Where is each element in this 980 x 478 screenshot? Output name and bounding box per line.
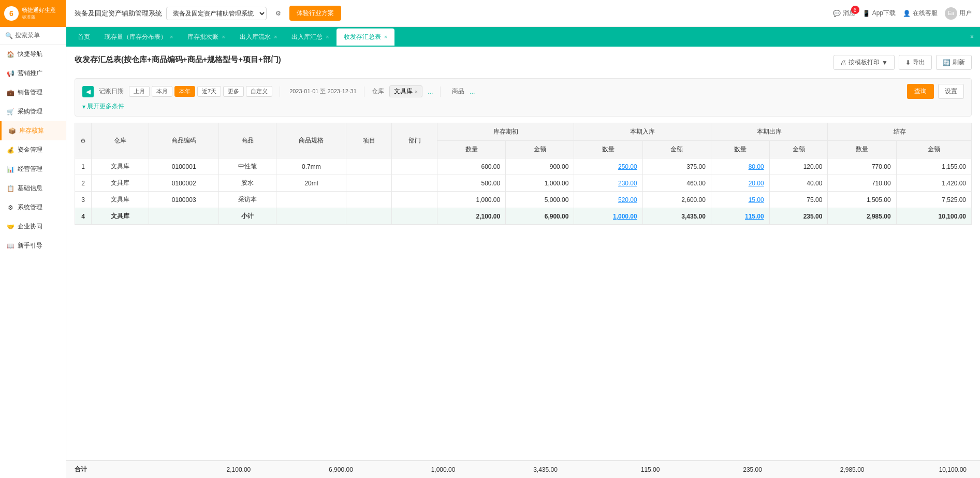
warehouse-tag-text: 文具库 bbox=[394, 87, 413, 96]
message-item[interactable]: 💬 消息 6 bbox=[833, 9, 855, 18]
sidebar-item-cooperation[interactable]: 🤝 企业协同 bbox=[0, 217, 66, 236]
table-cell[interactable]: 80.00 bbox=[711, 158, 769, 175]
date-btn-cur-year[interactable]: 本年 bbox=[174, 86, 195, 97]
sidebar-item-sales[interactable]: 💼 销售管理 bbox=[0, 83, 66, 102]
message-badge: 6 bbox=[851, 6, 859, 14]
tab-inout-summary[interactable]: 出入库汇总 × bbox=[284, 28, 336, 46]
date-btn-cur-month[interactable]: 本月 bbox=[152, 86, 172, 97]
table-cell[interactable]: 250.00 bbox=[574, 158, 642, 175]
table-cell bbox=[392, 208, 437, 225]
table-cell: 2 bbox=[75, 175, 92, 192]
sidebar-item-label: 资金管理 bbox=[18, 146, 42, 154]
refresh-btn[interactable]: 🔄 刷新 bbox=[936, 55, 972, 70]
table-row: 3文具库0100003采访本1,000.005,000.00520.002,60… bbox=[75, 192, 972, 208]
export-btn[interactable]: ⬇ 导出 bbox=[899, 55, 932, 70]
table-cell[interactable]: 1,000.00 bbox=[574, 208, 642, 225]
warehouse-more-btn[interactable]: ... bbox=[428, 88, 433, 95]
tabbar: 首页 现存量（库存分布表） × 库存批次账 × 出入库流水 × 出入库汇总 × … bbox=[66, 27, 980, 47]
tab-close-icon[interactable]: × bbox=[326, 34, 329, 40]
tab-batch[interactable]: 库存批次账 × bbox=[180, 28, 232, 46]
table-cell: 采访本 bbox=[219, 192, 276, 208]
trial-btn[interactable]: 体验行业方案 bbox=[289, 6, 341, 21]
th-period-out: 本期出库 bbox=[711, 123, 827, 141]
tab-close-icon[interactable]: × bbox=[170, 34, 173, 40]
table-cell: 文具库 bbox=[92, 192, 149, 208]
topbar: 装备及固定资产辅助管理系统 装备及固定资产辅助管理系统 ⚙ 体验行业方案 💬 消… bbox=[66, 0, 980, 27]
search-menu[interactable]: 🔍 搜索菜单 bbox=[0, 27, 66, 45]
table-cell: 600.00 bbox=[437, 158, 505, 175]
warehouse-tag-close[interactable]: × bbox=[415, 89, 418, 95]
table-cell: 中性笔 bbox=[219, 158, 276, 175]
print-btn[interactable]: 🖨 按模板打印 ▼ bbox=[833, 55, 895, 70]
th-project: 项目 bbox=[346, 123, 392, 158]
th-bal-qty: 数量 bbox=[828, 141, 896, 158]
expand-conditions-btn[interactable]: ▾ 展开更多条件 bbox=[82, 102, 964, 111]
warehouse-filter-label: 仓库 bbox=[372, 87, 384, 96]
table-cell[interactable]: 115.00 bbox=[711, 208, 769, 225]
sidebar-item-system[interactable]: ⚙ 系统管理 bbox=[0, 198, 66, 217]
goods-more-btn[interactable]: ... bbox=[470, 88, 475, 95]
sidebar-item-inventory[interactable]: 📦 库存核算 bbox=[0, 121, 66, 140]
filter-collapse-btn[interactable]: ◀ bbox=[82, 86, 94, 97]
table-cell[interactable]: 20.00 bbox=[711, 175, 769, 192]
table-cell: 文具库 bbox=[92, 208, 149, 225]
sidebar-item-home[interactable]: 🏠 快捷导航 bbox=[0, 45, 66, 64]
logo-icon: 6 bbox=[4, 6, 19, 21]
tab-inout-flow[interactable]: 出入库流水 × bbox=[232, 28, 284, 46]
settings-gear-icon[interactable]: ⚙ bbox=[271, 6, 285, 21]
tab-inventory-distribution[interactable]: 现存量（库存分布表） × bbox=[97, 28, 180, 46]
th-period-opening: 库存期初 bbox=[437, 123, 574, 141]
tab-receipt-summary[interactable]: 收发存汇总表 × bbox=[337, 28, 394, 46]
table-cell bbox=[346, 208, 392, 225]
table-cell: 3 bbox=[75, 192, 92, 208]
table-cell: 3,435.00 bbox=[642, 208, 711, 225]
filter-divider-3 bbox=[440, 86, 441, 97]
table-cell: 文具库 bbox=[92, 158, 149, 175]
system-select[interactable]: 装备及固定资产辅助管理系统 bbox=[166, 7, 267, 20]
date-btn-more[interactable]: 更多 bbox=[223, 86, 244, 97]
footer-out-qty-val: 115.00 bbox=[563, 466, 665, 473]
app-badge: 标准版 bbox=[22, 14, 56, 21]
th-settings: ⚙ bbox=[75, 123, 92, 158]
print-icon: 🖨 bbox=[840, 59, 846, 66]
table-cell: 2,100.00 bbox=[437, 208, 505, 225]
table-cell[interactable]: 520.00 bbox=[574, 192, 642, 208]
filter-divider bbox=[280, 86, 280, 97]
page-title: 收发存汇总表(按仓库+商品编码+商品+规格型号+项目+部门) bbox=[75, 55, 281, 65]
phone-icon: 📱 bbox=[862, 10, 870, 17]
tabbar-close-all[interactable]: × bbox=[968, 31, 976, 42]
date-btn-7days[interactable]: 近7天 bbox=[197, 86, 221, 97]
tab-home[interactable]: 首页 bbox=[70, 28, 97, 46]
sidebar-item-label: 快捷导航 bbox=[18, 50, 42, 59]
table-cell bbox=[392, 175, 437, 192]
user-item[interactable]: Ea 用户 bbox=[945, 7, 972, 20]
table-cell bbox=[392, 192, 437, 208]
app-download-item[interactable]: 📱 App下载 bbox=[862, 9, 896, 18]
table-cell[interactable]: 15.00 bbox=[711, 192, 769, 208]
sidebar-item-label: 系统管理 bbox=[18, 203, 42, 212]
tab-close-icon[interactable]: × bbox=[222, 34, 225, 40]
sidebar-item-operation[interactable]: 📊 经营管理 bbox=[0, 160, 66, 179]
refresh-icon: 🔄 bbox=[943, 59, 950, 66]
sidebar-item-label: 采购管理 bbox=[18, 107, 42, 116]
sidebar-item-finance[interactable]: 💰 资金管理 bbox=[0, 140, 66, 160]
online-service-item[interactable]: 👤 在线客服 bbox=[903, 9, 938, 18]
app-name: 畅捷通好生意 bbox=[22, 6, 56, 13]
sidebar-item-purchase[interactable]: 🛒 采购管理 bbox=[0, 102, 66, 121]
th-balance: 结存 bbox=[828, 123, 972, 141]
sidebar-item-guide[interactable]: 📖 新手引导 bbox=[0, 236, 66, 255]
table-cell bbox=[276, 192, 346, 208]
tab-close-icon[interactable]: × bbox=[274, 34, 277, 40]
filter-settings-btn[interactable]: 设置 bbox=[938, 84, 964, 99]
table-cell: 4 bbox=[75, 208, 92, 225]
th-period-in: 本期入库 bbox=[574, 123, 711, 141]
table-cell: 1,000.00 bbox=[506, 175, 574, 192]
sidebar-item-basic[interactable]: 📋 基础信息 bbox=[0, 179, 66, 198]
date-btn-prev-month[interactable]: 上月 bbox=[129, 86, 150, 97]
query-btn[interactable]: 查询 bbox=[907, 84, 934, 99]
date-btn-custom[interactable]: 自定义 bbox=[246, 86, 272, 97]
footer-open-qty bbox=[97, 466, 154, 473]
tab-close-icon[interactable]: × bbox=[384, 34, 387, 40]
sidebar-item-marketing[interactable]: 📢 营销推广 bbox=[0, 64, 66, 83]
table-cell[interactable]: 230.00 bbox=[574, 175, 642, 192]
